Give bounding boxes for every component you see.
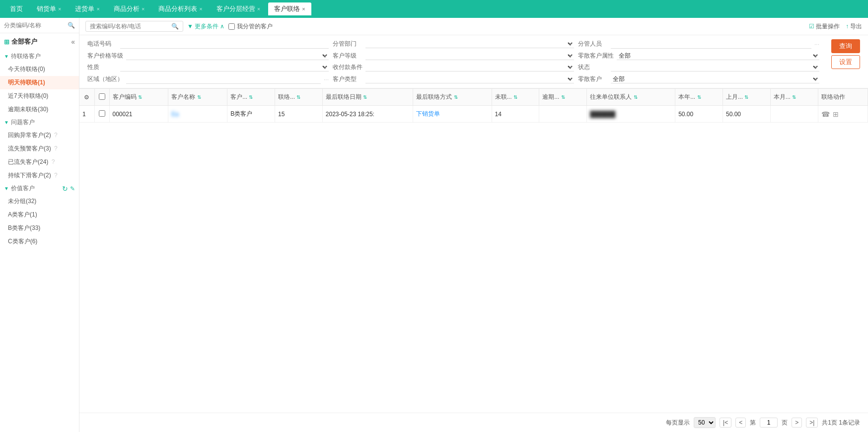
status-select[interactable] xyxy=(611,63,819,71)
sidebar-churn-warning[interactable]: 流失预警客户(3) ? xyxy=(0,142,79,155)
contact-action-icon[interactable]: ☎ xyxy=(821,110,830,118)
pagination: 每页显示 50 |< < 第 页 > >| 共1页 1条记录 xyxy=(79,413,868,432)
row-name[interactable]: Ea xyxy=(168,106,227,123)
retail-customer-select[interactable]: 全部 xyxy=(611,75,819,83)
prev-page-btn[interactable]: < xyxy=(735,418,746,428)
more-filter-btn[interactable]: ▼ 更多条件 ∧ xyxy=(187,22,224,31)
col-contacts[interactable]: 联络... ⇅ xyxy=(275,89,322,106)
sidebar-c-class[interactable]: C类客户(6) xyxy=(0,235,79,248)
col-uncontacted[interactable]: 未联... ⇅ xyxy=(492,89,539,106)
sidebar-search-icon[interactable]: 🔍 xyxy=(68,22,75,29)
sort-name-icon[interactable]: ⇅ xyxy=(197,94,201,100)
sort-lastmonth-icon[interactable]: ⇅ xyxy=(744,94,748,100)
col-gear[interactable]: ⚙ xyxy=(79,89,94,106)
nature-select[interactable] xyxy=(120,63,329,71)
sidebar-a-class[interactable]: A类客户(1) xyxy=(0,208,79,221)
region-more-icon[interactable]: ··· xyxy=(324,76,329,83)
qr-action-icon[interactable]: ⊞ xyxy=(833,110,839,118)
customer-type-select[interactable] xyxy=(365,75,574,83)
first-page-btn[interactable]: |< xyxy=(720,418,731,428)
sidebar-overdue-contact[interactable]: 逾期未联络(30) xyxy=(0,103,79,116)
phone-input[interactable] xyxy=(120,39,329,49)
manager-more-icon[interactable]: ··· xyxy=(814,41,819,48)
sort-code-icon[interactable]: ⇅ xyxy=(138,94,142,100)
nav-sales-order[interactable]: 销货单 × xyxy=(31,2,67,15)
sidebar-churned[interactable]: 已流失客户(24) ? xyxy=(0,155,79,169)
sort-year-icon[interactable]: ⇅ xyxy=(697,94,701,100)
help-icon-1[interactable]: ? xyxy=(54,132,58,139)
col-overdue[interactable]: 逾期... ⇅ xyxy=(539,89,587,106)
sort-unit-icon[interactable]: ⇅ xyxy=(634,94,638,100)
sidebar-unclassified[interactable]: 未分组(32) xyxy=(0,195,79,208)
nav-customer-contact[interactable]: 客户联络 × xyxy=(268,2,311,15)
sort-overdue-icon[interactable]: ⇅ xyxy=(561,94,565,100)
sort-uncontacted-icon[interactable]: ⇅ xyxy=(513,94,517,100)
edit-icon[interactable]: ✎ xyxy=(70,185,75,192)
col-this-month[interactable]: 本月... ⇅ xyxy=(770,89,818,106)
dept-select[interactable] xyxy=(365,40,574,48)
row-actions: ☎ ⊞ xyxy=(818,106,868,123)
main-search-icon[interactable]: 🔍 xyxy=(171,23,179,30)
price-level-select[interactable] xyxy=(126,52,329,60)
payment-select[interactable] xyxy=(365,63,574,71)
query-button[interactable]: 查询 xyxy=(831,39,860,53)
sort-type-icon[interactable]: ⇅ xyxy=(249,94,253,100)
sort-contacts-icon[interactable]: ⇅ xyxy=(296,94,300,100)
batch-ops-btn[interactable]: ☑ 批量操作 xyxy=(809,22,840,31)
retail-attr-select[interactable]: 全部 xyxy=(617,52,819,60)
my-customers-checkbox[interactable] xyxy=(228,23,235,30)
nav-product-analysis-list[interactable]: 商品分析列表 × xyxy=(152,2,208,15)
sort-date-icon[interactable]: ⇅ xyxy=(363,94,367,100)
sidebar-all-customers[interactable]: ⊞ 全部客户 « xyxy=(0,33,79,50)
col-unit-contact[interactable]: 往来单位联系人 ⇅ xyxy=(587,89,675,106)
sort-thismonth-icon[interactable]: ⇅ xyxy=(792,94,796,100)
main-search-input[interactable] xyxy=(90,23,169,30)
help-icon-4[interactable]: ? xyxy=(54,172,58,179)
sidebar-b-class[interactable]: B类客户(33) xyxy=(0,221,79,235)
nav-product-analysis[interactable]: 商品分析 × xyxy=(108,2,150,15)
my-customers-checkbox-label[interactable]: 我分管的客户 xyxy=(228,22,273,31)
last-page-btn[interactable]: >| xyxy=(806,418,818,428)
page-input[interactable] xyxy=(760,418,778,428)
help-icon-2[interactable]: ? xyxy=(54,145,58,152)
col-customer-code[interactable]: 客户编码 ⇅ xyxy=(109,89,168,106)
sidebar-tomorrow-contact[interactable]: 明天待联络(1) xyxy=(0,76,79,89)
col-last-contact-method[interactable]: 最后联络方式 ⇅ xyxy=(413,89,492,106)
nav-purchase-order[interactable]: 进货单 × xyxy=(69,2,105,15)
col-this-year[interactable]: 本年... ⇅ xyxy=(675,89,723,106)
refresh-icon[interactable]: ↻ xyxy=(62,185,68,193)
sidebar-7day-contact[interactable]: 近7天待联络(0) xyxy=(0,89,79,103)
filter-price-level: 客户价格等级 ∨ xyxy=(87,52,329,60)
reset-button[interactable]: 设置 xyxy=(831,55,860,69)
sidebar-repurchase-abnormal[interactable]: 回购异常客户(2) ? xyxy=(0,129,79,142)
sort-method-icon[interactable]: ⇅ xyxy=(454,94,458,100)
col-customer-name[interactable]: 客户名称 ⇅ xyxy=(168,89,227,106)
select-all-checkbox[interactable] xyxy=(99,93,105,100)
col-customer-type[interactable]: 客户... ⇅ xyxy=(227,89,275,106)
col-last-month[interactable]: 上月... ⇅ xyxy=(723,89,771,106)
next-page-btn[interactable]: > xyxy=(792,418,802,428)
region-input[interactable] xyxy=(126,74,321,84)
col-last-contact-date[interactable]: 最后联络日期 ⇅ xyxy=(322,89,413,106)
close-customer-tier-icon[interactable]: × xyxy=(257,6,260,12)
gear-icon[interactable]: ⚙ xyxy=(84,94,89,101)
close-sales-order-icon[interactable]: × xyxy=(58,6,61,12)
row-checkbox[interactable] xyxy=(99,110,105,117)
close-product-analysis-icon[interactable]: × xyxy=(142,6,145,12)
customer-grade-select[interactable] xyxy=(365,52,574,60)
close-customer-contact-icon[interactable]: × xyxy=(302,6,305,12)
sidebar-declining[interactable]: 持续下滑客户(2) ? xyxy=(0,169,79,182)
close-purchase-order-icon[interactable]: × xyxy=(96,6,99,12)
export-btn[interactable]: ↑ 导出 xyxy=(846,22,862,31)
sidebar-search-input[interactable] xyxy=(4,22,66,29)
nav-customer-tier[interactable]: 客户分层经营 × xyxy=(211,2,266,15)
sidebar-today-contact[interactable]: 今天待联络(0) xyxy=(0,63,79,76)
nav-home[interactable]: 首页 xyxy=(4,2,29,15)
manager-input[interactable] xyxy=(611,39,811,49)
sidebar-collapse-btn[interactable]: « xyxy=(71,38,75,46)
row-last-method[interactable]: 下销货单 xyxy=(413,106,492,123)
close-product-analysis-list-icon[interactable]: × xyxy=(199,6,202,12)
per-page-select[interactable]: 50 xyxy=(694,417,716,428)
dept-select-wrapper: ∨ xyxy=(365,40,574,48)
help-icon-3[interactable]: ? xyxy=(52,158,55,165)
